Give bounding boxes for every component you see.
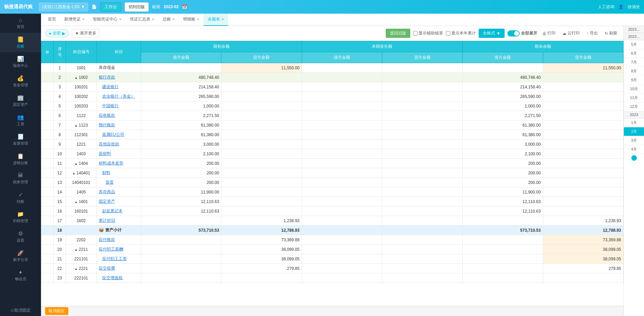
month-10[interactable]: 10月 — [624, 85, 644, 94]
check-assist-label[interactable]: 显示辅助核算 — [413, 30, 443, 36]
td-name[interactable]: 应付职工工资 — [97, 254, 141, 264]
td-name[interactable]: 其他应收款 — [97, 140, 141, 149]
subject-link[interactable]: 壹蛋 — [106, 180, 114, 185]
switch-version-button[interactable]: 切到旧版 — [125, 2, 149, 12]
sidebar-bottom[interactable]: ◁ 取消固定 — [0, 305, 41, 316]
subject-link[interactable]: 中国银行 — [102, 103, 119, 108]
subject-link[interactable]: 原材料 — [99, 151, 111, 156]
tab-add-voucher[interactable]: 新增凭证 ✕ — [60, 14, 89, 26]
tab-voucher-summary-close[interactable]: ✕ — [152, 17, 154, 21]
tab-home[interactable]: 首页 — [44, 14, 60, 26]
td-name[interactable]: 应交税费 — [97, 264, 141, 273]
subject-link[interactable]: 应收账款 — [99, 113, 115, 118]
td-name[interactable]: 预付账款 — [97, 120, 141, 130]
month-5[interactable]: 5月 — [624, 40, 644, 49]
subject-link[interactable]: 预付账款 — [99, 123, 115, 127]
td-name[interactable]: 银行存款 — [97, 73, 141, 82]
subject-link[interactable]: 建设银行 — [102, 84, 119, 89]
td-name[interactable]: 应付职工薪酬 — [97, 245, 141, 254]
check-yearly-label[interactable]: 显示本年累计 — [446, 30, 476, 36]
sidebar-item-report[interactable]: 📊 报表中心 — [0, 52, 41, 72]
td-name[interactable]: 原材料 — [97, 149, 141, 159]
td-name[interactable]: 应交增值税 — [97, 273, 141, 283]
tab-smart-voucher[interactable]: 智能凭证中心 ✕ — [89, 14, 126, 26]
expand-toggle[interactable] — [507, 30, 520, 37]
tab-balance-close[interactable]: ✕ — [221, 17, 224, 21]
cloud-print-button[interactable]: ☁ 云打印 — [560, 29, 582, 37]
sidebar-item-sales[interactable]: 📋 进销台账 — [0, 149, 41, 169]
td-name[interactable]: 中国银行 — [97, 101, 141, 111]
check-yearly[interactable] — [446, 31, 450, 35]
tab-ledger[interactable]: 总账 ✕ — [159, 14, 179, 26]
month-3[interactable]: 3月 — [624, 136, 644, 145]
print-button[interactable]: 🖨 打印 — [540, 29, 558, 37]
expand-more-button[interactable]: ▼ 展开更多 — [72, 29, 99, 38]
sidebar-item-ledger[interactable]: 📒 总账 — [0, 33, 41, 52]
tab-detail[interactable]: 明细账 ✕ — [179, 14, 204, 26]
td-name[interactable]: 材料 — [97, 168, 141, 178]
sidebar-item-settings[interactable]: ⚙ 设置 — [0, 227, 41, 246]
subject-link[interactable]: 库存商品 — [99, 189, 115, 194]
subject-link[interactable]: 应交税费 — [99, 266, 115, 271]
td-name[interactable]: 应付账款 — [97, 235, 141, 245]
sidebar-item-archive[interactable]: 📁 归档管理 — [0, 207, 41, 227]
sidebar-item-invoice[interactable]: 🧾 发票管理 — [0, 130, 41, 149]
month-9[interactable]: 9月 — [624, 76, 644, 85]
subject-link[interactable]: 材料成本差异 — [99, 161, 123, 166]
sidebar-item-member[interactable]: ♦ 畅会员 — [0, 266, 41, 285]
workbench-button[interactable]: 工作台 — [100, 2, 121, 12]
month-6[interactable]: 6月 — [624, 49, 644, 58]
td-name[interactable]: 建设银行 — [97, 82, 141, 92]
subject-link[interactable]: 累计折旧 — [99, 218, 115, 223]
return-old-version-button[interactable]: 退回旧版 — [386, 29, 410, 38]
td-name[interactable]: 壹蛋 — [97, 178, 141, 187]
refresh-button[interactable]: ↻ 刷新 — [603, 29, 619, 37]
tab-detail-close[interactable]: ✕ — [197, 17, 200, 21]
td-name[interactable]: 起提累记本 — [97, 206, 141, 216]
subject-link[interactable]: 应付职工薪酬 — [99, 247, 123, 252]
sidebar-item-capital[interactable]: 💰 资金管理 — [0, 72, 41, 91]
th-settings[interactable]: ⚙ — [41, 41, 54, 63]
month-8[interactable]: 8月 — [624, 67, 644, 76]
tab-smart-voucher-close[interactable]: ✕ — [119, 17, 122, 21]
full-width-button[interactable]: 全账式 ▼ — [479, 29, 505, 38]
month-11[interactable]: 11月 — [624, 94, 644, 102]
subject-link[interactable]: 材料 — [102, 170, 110, 175]
td-name[interactable]: 材料成本差异 — [97, 159, 141, 168]
td-name[interactable]: 应收账款 — [97, 111, 141, 120]
subject-link[interactable]: 农业银行（美金） — [102, 94, 135, 99]
sidebar-item-tax[interactable]: 🏛 税务管理 — [0, 169, 41, 188]
check-assist[interactable] — [413, 31, 417, 35]
sidebar-item-wage[interactable]: 👥 工资 — [0, 111, 41, 130]
td-name[interactable]: 嘉属EU公司 — [97, 130, 141, 140]
tab-add-voucher-close[interactable]: ✕ — [82, 17, 85, 21]
filter-all[interactable]: ● 全部 ▶ — [45, 29, 69, 38]
consult-label[interactable]: 人工咨询 — [598, 4, 614, 10]
calendar-icon[interactable]: 📅 — [182, 4, 187, 9]
month-12[interactable]: 12月 — [624, 102, 644, 111]
td-name[interactable]: 农业银行（美金） — [97, 92, 141, 101]
tab-balance[interactable]: 余额表 ✕ — [204, 14, 228, 26]
subject-link[interactable]: 起提累记本 — [102, 209, 123, 213]
subject-link[interactable]: 其他应收款 — [99, 142, 119, 146]
sidebar-item-newguide[interactable]: 🚀 新手引导 — [0, 246, 41, 266]
subject-link[interactable]: 嘉属EU公司 — [102, 132, 124, 137]
td-name[interactable]: 累计折旧 — [97, 216, 141, 226]
company-selector[interactable]: (劣前) 江西股金-LSS ▼ — [39, 3, 88, 11]
sidebar-item-home[interactable]: ⌂ 首页 — [0, 14, 41, 33]
tab-voucher-summary[interactable]: 凭证汇总表 ✕ — [126, 14, 159, 26]
subject-link[interactable]: 固定资产 — [99, 199, 115, 204]
sidebar-item-settle[interactable]: ✓ 结账 — [0, 188, 41, 207]
subject-link[interactable]: 银行存款 — [99, 75, 115, 80]
export-button[interactable]: ↑ 导出 — [585, 29, 600, 37]
subject-link[interactable]: 应付职工工资 — [102, 256, 127, 261]
circle-indicator[interactable] — [631, 155, 637, 161]
month-2-active[interactable]: 2月 — [624, 127, 644, 136]
balance-table-wrapper[interactable]: ⚙ 序号 科目编号 科目 期初余额 本期发生额 期末余额 借方金额 贷方金额 — [41, 41, 624, 306]
unfix-button[interactable]: 取消固定 — [45, 307, 68, 315]
sidebar-item-asset[interactable]: 🏢 固定资产 — [0, 91, 41, 111]
month-1[interactable]: 1月 — [624, 118, 644, 127]
month-4[interactable]: 4月 — [624, 145, 644, 154]
tab-ledger-close[interactable]: ✕ — [172, 17, 175, 21]
td-name[interactable]: 库存商品 — [97, 187, 141, 197]
